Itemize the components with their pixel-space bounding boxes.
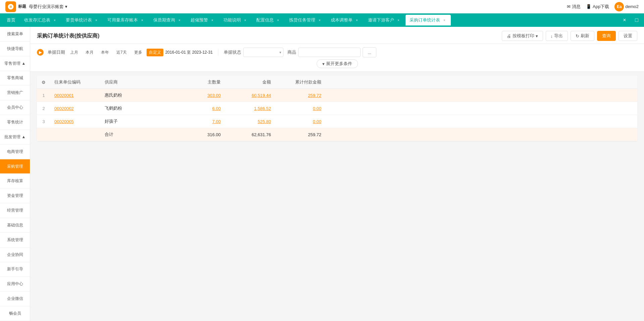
settings-button[interactable]: 设置 — [619, 31, 637, 41]
more-filters-btn[interactable]: ... — [363, 47, 376, 57]
print-button[interactable]: 🖨 按模板打印 ▾ — [502, 31, 543, 41]
page-header-actions: 🖨 按模板打印 ▾ ↓ 导出 ↻ 刷新 查询 设置 — [502, 31, 638, 41]
amount-link-3[interactable]: 525.80 — [258, 119, 271, 124]
qty-link-1[interactable]: 303.00 — [207, 93, 221, 98]
sidebar-item-capital-mgmt[interactable]: 资金管理 — [0, 189, 30, 203]
close-tab-usable-stock[interactable]: × — [140, 18, 145, 22]
close-tab-purchase-stats[interactable]: × — [442, 18, 447, 22]
restore-window-btn[interactable]: □ — [632, 15, 641, 25]
sidebar-item-vip-member[interactable]: 畅会员 — [0, 306, 30, 321]
sidebar-item-ecommerce[interactable]: 电商管理 — [0, 145, 30, 159]
sidebar-item-app-center[interactable]: 应用中心 — [0, 277, 30, 291]
goods-input[interactable] — [298, 48, 361, 57]
table-row: 1 00020001 惠氏奶粉 303.00 60,519.44 — [37, 89, 637, 102]
sidebar-item-basic-info[interactable]: 基础信息 — [0, 218, 30, 233]
tab-warranty[interactable]: 保质期查询 × — [149, 15, 186, 25]
tab-purchase-stats[interactable]: 采购订单统计表 × — [406, 15, 451, 25]
sidebar-item-corp-wechat[interactable]: 企业微信 — [0, 291, 30, 306]
date-range[interactable]: 2016-01-01 至 2023-12-31 — [165, 50, 213, 55]
row-num-2: 2 — [37, 102, 50, 115]
sidebar-item-purchase-mgmt[interactable]: 采购管理 — [0, 159, 30, 174]
settings-icon[interactable]: ⚙ — [42, 80, 46, 85]
col-header-supplier: 供应商 — [101, 76, 184, 89]
expand-more-filters-btn[interactable]: ▾ 展开更多条件 — [317, 59, 358, 68]
logo-text: 标题 — [18, 4, 26, 9]
logo-area: 标题 — [5, 1, 26, 12]
close-window-btn[interactable]: × — [620, 15, 629, 25]
sidebar-item-retail-mgmt[interactable]: 零售管理 ▲ — [0, 56, 30, 71]
tab-config-info[interactable]: 配置信息 × — [252, 15, 284, 25]
sidebar-item-stock-check[interactable]: 库存核算 — [0, 174, 30, 189]
amount-link-1[interactable]: 60,519.44 — [252, 93, 271, 98]
code-link-3[interactable]: 00020005 — [54, 119, 74, 124]
filter-area: ▶ 单据日期 上月 本月 本年 近7天 更多 自定义 2016-01-01 至 … — [30, 44, 644, 72]
date-btn-last-month[interactable]: 上月 — [67, 49, 81, 56]
tab-invite-downstream[interactable]: 邀请下游客户 × — [364, 15, 405, 25]
tab-cost-adjust[interactable]: 成本调整单 × — [327, 15, 363, 25]
close-tab-func-desc[interactable]: × — [243, 18, 248, 22]
sidebar-item-sys-mgmt[interactable]: 系统管理 — [0, 233, 30, 248]
sidebar-item-retail-stats[interactable]: 零售统计 — [0, 115, 30, 130]
date-btn-this-year[interactable]: 本年 — [98, 49, 112, 56]
qty-link-2[interactable]: 6.00 — [212, 106, 221, 111]
amount-link-2[interactable]: 1,586.52 — [254, 106, 271, 111]
sidebar-quick-nav[interactable]: 快捷导航 — [0, 42, 30, 56]
paid-link-1[interactable]: 259.72 — [308, 93, 321, 98]
qty-link-3[interactable]: 7.00 — [212, 119, 221, 124]
close-tab-warranty[interactable]: × — [177, 18, 182, 22]
row-code-2: 00020002 — [50, 102, 101, 115]
row-supplier-2: 飞鹤奶粉 — [101, 102, 184, 115]
top-bar-left: 标题 母婴行业演示账套 ▾ — [5, 1, 67, 12]
query-button[interactable]: 查询 — [597, 31, 616, 41]
tab-pick-task[interactable]: 拣货任务管理 × — [285, 15, 326, 25]
tab-home[interactable]: 首页 — [3, 15, 19, 25]
close-tab-config-info[interactable]: × — [276, 18, 280, 22]
date-btn-7days[interactable]: 近7天 — [113, 49, 130, 56]
sidebar-item-biz-mgmt[interactable]: 经营管理 — [0, 203, 30, 218]
tab-overstock[interactable]: 超储预警 × — [186, 15, 219, 25]
tab-order-stats[interactable]: 要货单统计表 × — [62, 15, 103, 25]
col-header-settings[interactable]: ⚙ — [37, 76, 50, 89]
date-btn-this-month[interactable]: 本月 — [83, 49, 97, 56]
date-btn-more[interactable]: 更多 — [131, 49, 145, 56]
code-link-1[interactable]: 00020001 — [54, 93, 74, 98]
close-tab-overstock[interactable]: × — [210, 18, 215, 22]
paid-link-2[interactable]: 0.00 — [313, 106, 321, 111]
sidebar-item-new-guide[interactable]: 新手引导 — [0, 262, 30, 277]
sidebar-item-corp-collab[interactable]: 企业协同 — [0, 248, 30, 262]
close-tab-cost-adjust[interactable]: × — [355, 18, 359, 22]
filter-row: ▶ 单据日期 上月 本月 本年 近7天 更多 自定义 2016-01-01 至 … — [37, 47, 637, 57]
logo-icon — [5, 1, 16, 12]
sidebar-item-member-center[interactable]: 会员中心 — [0, 100, 30, 115]
app-download-btn[interactable]: 📱 App下载 — [586, 4, 609, 10]
user-label: demo2 — [625, 4, 639, 9]
code-link-2[interactable]: 00020002 — [54, 106, 74, 111]
print-dropdown-icon: ▾ — [536, 34, 538, 39]
tab-collect-send[interactable]: 收发存汇总表 × — [20, 15, 61, 25]
close-tab-order-stats[interactable]: × — [94, 18, 99, 22]
footer-amount: 62,631.76 — [225, 128, 275, 141]
search-menu-label: 搜索菜单 — [7, 31, 23, 37]
close-tab-collect-send[interactable]: × — [52, 18, 57, 22]
sidebar-search[interactable]: 搜索菜单 — [0, 27, 30, 42]
status-select[interactable] — [243, 48, 283, 57]
tab-func-desc[interactable]: 功能说明 × — [219, 15, 252, 25]
message-btn[interactable]: ✉ 消息 — [567, 4, 581, 10]
filter-toggle-arrow[interactable]: ▶ — [37, 49, 44, 56]
warehouse-selector[interactable]: 母婴行业演示账套 ▾ — [29, 4, 67, 10]
main-layout: 搜索菜单 快捷导航 零售管理 ▲ 零售商城 营销推广 会员中心 零售统计 批发管… — [0, 27, 644, 321]
date-btn-custom[interactable]: 自定义 — [147, 49, 163, 56]
paid-link-3[interactable]: 0.00 — [313, 119, 321, 124]
sidebar-item-marketing[interactable]: 营销推广 — [0, 86, 30, 100]
sidebar-item-retail-shop[interactable]: 零售商城 — [0, 71, 30, 86]
footer-code — [50, 128, 101, 141]
tab-usable-stock[interactable]: 可用量库存账本 × — [103, 15, 149, 25]
user-area[interactable]: Ea demo2 — [614, 2, 639, 11]
refresh-button[interactable]: ↻ 刷新 — [571, 31, 594, 41]
export-button[interactable]: ↓ 导出 — [546, 31, 568, 41]
row-supplier-3: 好孩子 — [101, 115, 184, 128]
row-amount-1: 60,519.44 — [225, 89, 275, 102]
close-tab-invite-downstream[interactable]: × — [396, 18, 401, 22]
sidebar-item-batch-mgmt[interactable]: 批发管理 ▲ — [0, 130, 30, 145]
close-tab-pick-task[interactable]: × — [317, 18, 322, 22]
